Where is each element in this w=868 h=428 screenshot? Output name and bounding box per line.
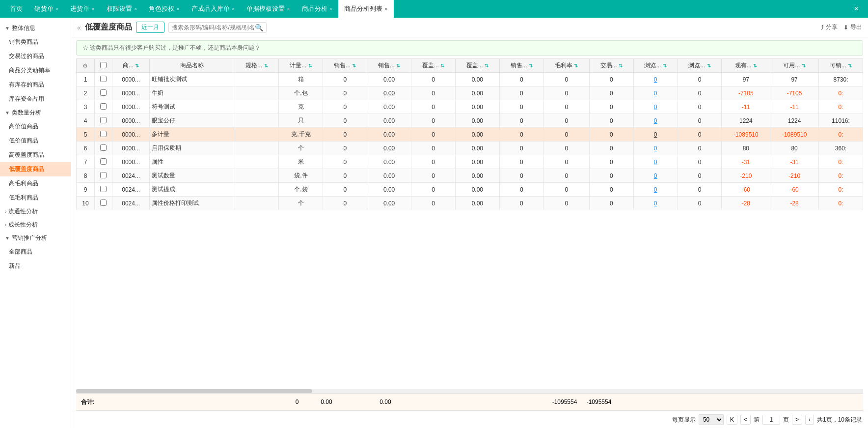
- nav-production[interactable]: 产成品入库单 ×: [186, 0, 241, 18]
- th-cover2[interactable]: 覆盖... ⇅: [455, 59, 499, 73]
- nav-roles[interactable]: 角色授权 ×: [143, 0, 185, 18]
- sidebar-item-high-value[interactable]: 高价值商品: [0, 119, 71, 134]
- cell-spec: [235, 128, 279, 142]
- sidebar-section-quantity[interactable]: ▼ 类数量分析: [0, 106, 71, 119]
- cell-sales2: 0.00: [367, 128, 411, 142]
- sidebar-section-marketing[interactable]: ▼ 营销推广分析: [0, 231, 71, 245]
- nav-templates[interactable]: 单据模板设置 ×: [241, 0, 296, 18]
- close-icon[interactable]: ×: [134, 6, 137, 12]
- search-icon[interactable]: 🔍: [255, 24, 263, 31]
- sidebar-item-sales-goods[interactable]: 销售类商品: [0, 35, 71, 49]
- th-stock[interactable]: 现有... ⇅: [722, 59, 770, 73]
- nav-purchase[interactable]: 进货单 ×: [64, 0, 100, 18]
- cell-browse1[interactable]: 0: [633, 183, 678, 197]
- th-saleable[interactable]: 可销... ⇅: [818, 59, 863, 73]
- cell-name: 符号测试: [149, 100, 235, 114]
- th-settings[interactable]: ⚙: [77, 59, 95, 73]
- time-filter-button[interactable]: 近一月: [136, 22, 164, 33]
- sidebar-item-inventory-capital[interactable]: 库存资金占用: [0, 92, 71, 106]
- cell-browse1[interactable]: 0: [633, 155, 678, 169]
- cell-browse1[interactable]: 0: [633, 86, 678, 100]
- cell-profit: 0: [543, 128, 589, 142]
- window-close-button[interactable]: ×: [848, 0, 864, 18]
- cell-checkbox[interactable]: [94, 155, 112, 169]
- first-page-button[interactable]: K: [727, 415, 737, 425]
- last-page-button[interactable]: ›: [805, 415, 814, 425]
- sidebar-section-growth[interactable]: › 成长性分析: [0, 218, 71, 231]
- collapse-sidebar-button[interactable]: «: [77, 24, 81, 31]
- th-browse2[interactable]: 浏览... ⇅: [678, 59, 722, 73]
- top-nav: 首页 销货单 × 进货单 × 权限设置 × 角色授权 × 产成品入库单 × 单据…: [0, 0, 868, 18]
- cell-cover1: 0: [411, 183, 456, 197]
- sidebar-item-high-profit[interactable]: 高毛利商品: [0, 176, 71, 191]
- sidebar-item-category-rate[interactable]: 商品分类动销率: [0, 63, 71, 78]
- th-checkbox[interactable]: [94, 59, 112, 73]
- cell-browse1[interactable]: 0: [633, 114, 678, 128]
- close-icon[interactable]: ×: [91, 6, 94, 12]
- cell-browse1[interactable]: 0: [633, 169, 678, 183]
- th-trade[interactable]: 交易... ⇅: [589, 59, 633, 73]
- cell-checkbox[interactable]: [94, 128, 112, 142]
- nav-sales[interactable]: 销货单 ×: [28, 0, 64, 18]
- close-icon[interactable]: ×: [384, 6, 387, 12]
- sidebar-item-traded-goods[interactable]: 交易过的商品: [0, 49, 71, 63]
- prev-page-button[interactable]: <: [740, 415, 751, 425]
- nav-product-analysis[interactable]: 商品分析 ×: [296, 0, 338, 18]
- th-cover1[interactable]: 覆盖... ⇅: [411, 59, 456, 73]
- cell-checkbox[interactable]: [94, 100, 112, 114]
- th-browse1[interactable]: 浏览... ⇅: [633, 59, 678, 73]
- close-icon[interactable]: ×: [232, 6, 235, 12]
- nav-home[interactable]: 首页: [4, 0, 28, 18]
- cell-checkbox[interactable]: [94, 86, 112, 100]
- sidebar-item-stocked-goods[interactable]: 有库存的商品: [0, 78, 71, 92]
- th-spec[interactable]: 规格... ⇅: [235, 59, 279, 73]
- cell-checkbox[interactable]: [94, 142, 112, 155]
- sidebar-section-overall[interactable]: ▼ 整体信息: [0, 22, 71, 35]
- sidebar-item-low-profit[interactable]: 低毛利商品: [0, 191, 71, 205]
- nav-permissions[interactable]: 权限设置 ×: [101, 0, 143, 18]
- cell-browse1[interactable]: 0: [633, 73, 678, 86]
- page-size-select[interactable]: 50 20 100: [699, 414, 724, 425]
- th-sales2[interactable]: 销售... ⇅: [367, 59, 411, 73]
- cell-checkbox[interactable]: [94, 73, 112, 86]
- sidebar-section-liquidity[interactable]: › 流通性分析: [0, 205, 71, 218]
- cell-checkbox[interactable]: [94, 183, 112, 197]
- close-icon[interactable]: ×: [176, 6, 179, 12]
- cell-browse1[interactable]: 0: [633, 197, 678, 210]
- next-page-button[interactable]: >: [792, 415, 802, 425]
- nav-product-analysis-list[interactable]: 商品分析列表 ×: [338, 0, 393, 18]
- cell-checkbox[interactable]: [94, 114, 112, 128]
- th-profit[interactable]: 毛利率 ⇅: [543, 59, 589, 73]
- search-input[interactable]: [172, 24, 255, 31]
- cell-code: 0000...: [112, 142, 150, 155]
- sidebar-item-low-value[interactable]: 低价值商品: [0, 134, 71, 148]
- share-button[interactable]: ⤴ 分享: [821, 23, 838, 31]
- th-avail[interactable]: 可用... ⇅: [770, 59, 819, 73]
- th-name[interactable]: 商品名称: [149, 59, 235, 73]
- sidebar-item-all-goods[interactable]: 全部商品: [0, 245, 71, 259]
- close-icon[interactable]: ×: [55, 6, 58, 12]
- horizontal-scroll[interactable]: [76, 389, 863, 393]
- sidebar-item-high-coverage[interactable]: 高覆盖度商品: [0, 148, 71, 162]
- cell-browse1[interactable]: 0: [633, 142, 678, 155]
- export-button[interactable]: ⬇ 导出: [843, 23, 862, 31]
- page-number-input[interactable]: [762, 415, 780, 425]
- th-code[interactable]: 商... ⇅: [112, 59, 150, 73]
- cell-browse1[interactable]: 0: [633, 128, 678, 142]
- cell-stock: -31: [722, 155, 770, 169]
- th-unit[interactable]: 计量... ⇅: [279, 59, 323, 73]
- select-all-checkbox[interactable]: [100, 62, 107, 68]
- settings-icon[interactable]: ⚙: [82, 62, 88, 69]
- close-icon[interactable]: ×: [329, 6, 332, 12]
- cell-checkbox[interactable]: [94, 169, 112, 183]
- th-sales3[interactable]: 销售... ⇅: [499, 59, 543, 73]
- table-row: 8 0024... 测试数量 袋,件 0 0.00 0 0.00 0 0 0 0…: [77, 169, 863, 183]
- sidebar-item-low-coverage[interactable]: 低覆盖度商品: [0, 162, 71, 176]
- cell-sales1: 0: [323, 155, 367, 169]
- cell-checkbox[interactable]: [94, 197, 112, 210]
- cell-browse1[interactable]: 0: [633, 100, 678, 114]
- close-icon[interactable]: ×: [287, 6, 290, 12]
- scroll-thumb[interactable]: [76, 389, 312, 393]
- th-sales1[interactable]: 销售... ⇅: [323, 59, 367, 73]
- sidebar-item-new-goods[interactable]: 新品: [0, 259, 71, 273]
